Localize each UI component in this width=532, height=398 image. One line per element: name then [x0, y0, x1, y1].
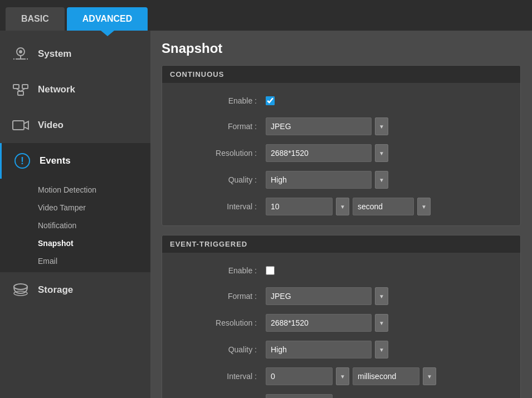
sidebar-item-system-label: System — [38, 48, 71, 60]
tab-basic[interactable]: BASIC — [6, 7, 65, 31]
content-area: Snapshot CONTINUOUS Enable : Format : — [150, 31, 532, 398]
top-tab-bar: BASIC ADVANCED — [0, 0, 532, 31]
video-icon — [9, 115, 32, 135]
event-interval-wrap: ▼ millisecond second ▼ — [266, 367, 436, 385]
continuous-format-wrap: JPEG PNG ▼ — [266, 117, 388, 135]
continuous-interval-input[interactable] — [266, 198, 333, 215]
event-triggered-section-body: Enable : Format : JPEG PNG ▼ — [162, 253, 520, 398]
event-enable-row: Enable : — [162, 258, 520, 283]
sidebar-item-video[interactable]: Video — [0, 107, 150, 143]
event-enable-label: Enable : — [171, 266, 266, 275]
continuous-quality-label: Quality : — [171, 175, 266, 184]
main-layout: System Network — [0, 31, 532, 398]
event-format-dropdown-arrow[interactable]: ▼ — [375, 287, 388, 305]
continuous-resolution-row: Resolution : 2688*1520 1920*1080 1280*72… — [162, 140, 520, 166]
sidebar-item-network-label: Network — [38, 84, 75, 95]
svg-text:!: ! — [21, 155, 24, 166]
event-capture-number-row: Capture Number : — [162, 390, 520, 398]
continuous-interval-unit-select[interactable]: second minute — [353, 198, 414, 215]
sidebar-item-storage[interactable]: Storage — [0, 272, 150, 308]
continuous-interval-label: Interval : — [171, 202, 266, 211]
storage-icon — [9, 280, 32, 300]
sidebar-item-events-label: Events — [40, 155, 71, 166]
continuous-format-label: Format : — [171, 122, 266, 131]
continuous-resolution-dropdown-arrow[interactable]: ▼ — [375, 144, 388, 162]
event-quality-dropdown-arrow[interactable]: ▼ — [375, 341, 388, 358]
event-quality-row: Quality : High Medium Low ▼ — [162, 336, 520, 363]
continuous-enable-label: Enable : — [171, 96, 266, 105]
event-resolution-label: Resolution : — [171, 318, 266, 327]
system-icon — [9, 44, 32, 64]
event-triggered-section: EVENT-TRIGGERED Enable : Format : JPEG — [162, 235, 521, 398]
event-quality-select[interactable]: High Medium Low — [266, 341, 372, 358]
event-interval-row: Interval : ▼ millisecond second ▼ — [162, 363, 520, 390]
event-resolution-dropdown-arrow[interactable]: ▼ — [375, 314, 388, 332]
continuous-enable-row: Enable : — [162, 89, 520, 113]
continuous-interval-row: Interval : ▼ second minute ▼ — [162, 193, 520, 220]
events-icon: ! — [11, 151, 34, 171]
sidebar-item-storage-label: Storage — [38, 284, 73, 296]
event-interval-arrow[interactable]: ▼ — [336, 367, 349, 385]
continuous-interval-unit-arrow[interactable]: ▼ — [417, 198, 431, 215]
svg-point-14 — [14, 284, 27, 289]
event-enable-wrap — [266, 266, 275, 275]
page-title: Snapshot — [162, 41, 521, 56]
events-submenu: Motion Detection Video Tamper Notificati… — [0, 179, 150, 272]
event-format-label: Format : — [171, 292, 266, 301]
sidebar-item-motion-detection[interactable]: Motion Detection — [0, 181, 150, 199]
event-capture-number-input[interactable] — [266, 394, 333, 398]
sidebar-item-system[interactable]: System — [0, 36, 150, 72]
continuous-quality-select[interactable]: High Medium Low — [266, 171, 372, 189]
continuous-interval-wrap: ▼ second minute ▼ — [266, 198, 431, 215]
event-format-wrap: JPEG PNG ▼ — [266, 287, 388, 305]
tab-advanced[interactable]: ADVANCED — [67, 7, 148, 31]
sidebar: System Network — [0, 31, 150, 398]
continuous-resolution-select[interactable]: 2688*1520 1920*1080 1280*720 — [266, 144, 372, 162]
continuous-enable-checkbox[interactable] — [266, 96, 275, 105]
event-format-row: Format : JPEG PNG ▼ — [162, 283, 520, 309]
sidebar-item-video-tamper[interactable]: Video Tamper — [0, 199, 150, 217]
sidebar-item-video-label: Video — [38, 120, 64, 131]
event-resolution-wrap: 2688*1520 1920*1080 1280*720 ▼ — [266, 314, 388, 332]
event-interval-unit-arrow[interactable]: ▼ — [423, 367, 436, 385]
continuous-section-body: Enable : Format : JPEG PNG ▼ — [162, 83, 520, 225]
continuous-format-dropdown-arrow[interactable]: ▼ — [375, 117, 388, 135]
event-resolution-row: Resolution : 2688*1520 1920*1080 1280*72… — [162, 309, 520, 336]
svg-marker-11 — [24, 121, 28, 129]
continuous-format-row: Format : JPEG PNG ▼ — [162, 113, 520, 140]
sidebar-item-email[interactable]: Email — [0, 252, 150, 270]
svg-point-1 — [19, 50, 22, 53]
continuous-section: CONTINUOUS Enable : Format : JPEG PNG — [162, 65, 521, 226]
sidebar-item-notification[interactable]: Notification — [0, 217, 150, 234]
continuous-interval-arrow[interactable]: ▼ — [336, 198, 349, 215]
sidebar-item-events[interactable]: ! Events — [0, 143, 150, 179]
sidebar-item-network[interactable]: Network — [0, 72, 150, 107]
continuous-quality-dropdown-arrow[interactable]: ▼ — [375, 171, 388, 189]
event-capture-number-wrap — [266, 394, 333, 398]
event-quality-wrap: High Medium Low ▼ — [266, 341, 388, 358]
event-interval-label: Interval : — [171, 372, 266, 381]
event-interval-input[interactable] — [266, 367, 333, 385]
svg-rect-6 — [22, 85, 28, 89]
sidebar-item-snapshot[interactable]: Snapshot — [0, 234, 150, 252]
continuous-quality-wrap: High Medium Low ▼ — [266, 171, 388, 189]
network-icon — [9, 80, 32, 100]
continuous-format-select[interactable]: JPEG PNG — [266, 117, 372, 135]
continuous-enable-wrap — [266, 96, 275, 105]
svg-rect-5 — [13, 85, 19, 89]
event-interval-unit-select[interactable]: millisecond second — [353, 367, 419, 385]
event-triggered-section-header: EVENT-TRIGGERED — [162, 235, 520, 253]
event-enable-checkbox[interactable] — [266, 266, 275, 275]
svg-rect-7 — [18, 91, 23, 95]
event-quality-label: Quality : — [171, 345, 266, 354]
continuous-resolution-wrap: 2688*1520 1920*1080 1280*720 ▼ — [266, 144, 388, 162]
svg-rect-10 — [13, 121, 24, 130]
event-format-select[interactable]: JPEG PNG — [266, 287, 372, 305]
continuous-resolution-label: Resolution : — [171, 149, 266, 158]
event-resolution-select[interactable]: 2688*1520 1920*1080 1280*720 — [266, 314, 372, 332]
continuous-section-header: CONTINUOUS — [162, 66, 520, 83]
continuous-quality-row: Quality : High Medium Low ▼ — [162, 166, 520, 193]
